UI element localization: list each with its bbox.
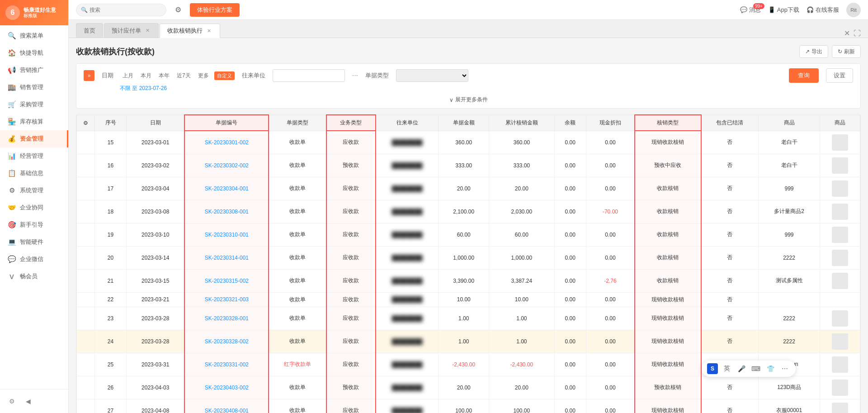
ime-english-btn[interactable]: 英	[722, 363, 732, 374]
hardware-icon: 💻	[7, 238, 16, 246]
settings-gear-icon[interactable]: ⚙	[172, 4, 184, 16]
sidebar-item-member[interactable]: V 畅会员	[0, 268, 68, 285]
sidebar-item-wechat[interactable]: 💬 企业微信	[0, 251, 68, 268]
search-input[interactable]	[90, 7, 161, 13]
cell-settings-col[interactable]	[77, 131, 95, 154]
refresh-button[interactable]: ↻ 刷新	[832, 45, 861, 58]
tab-close-all-icon[interactable]: ✕	[844, 29, 850, 38]
cell-bill-no[interactable]: SK-20230310-001	[184, 223, 269, 246]
cell-cancel-amount: -2,430.00	[489, 353, 555, 376]
headset-icon: 🎧	[807, 6, 814, 13]
home-tab-label: 首页	[84, 27, 95, 35]
sidebar-item-corp[interactable]: 🤝 企业协同	[0, 199, 68, 216]
date-more[interactable]: 更多	[196, 71, 211, 81]
cell-settings-col[interactable]	[77, 376, 95, 399]
main-content: 🔍 ⚙ 体验行业方案 💬 消息 99+ 📱 App下载 🎧 在线客服 Rit	[69, 0, 868, 413]
col-product: 商品	[758, 115, 820, 131]
cell-bill-no[interactable]: SK-20230315-002	[184, 269, 269, 292]
receipt-type-select[interactable]	[396, 69, 468, 82]
cell-settings-col[interactable]	[77, 399, 95, 413]
cell-bill-no[interactable]: SK-20230302-002	[184, 154, 269, 177]
cell-settings-col[interactable]	[77, 223, 95, 246]
cell-settings-col[interactable]	[77, 353, 95, 376]
sidebar-item-purchase[interactable]: 🛒 采购管理	[0, 96, 68, 113]
filter-setting-button[interactable]: 设置	[826, 68, 853, 83]
collapse-icon[interactable]: ◀	[22, 395, 34, 408]
message-button[interactable]: 💬 消息 99+	[740, 6, 761, 14]
cell-product: 123D商品	[758, 376, 820, 399]
app-download-button[interactable]: 📱 App下载	[768, 6, 799, 14]
cell-cash-discount: -70.00	[586, 200, 635, 223]
date-last-7-days[interactable]: 近7天	[175, 71, 193, 81]
cell-bill-no[interactable]: SK-20230308-001	[184, 200, 269, 223]
cell-settings-col[interactable]	[77, 200, 95, 223]
sidebar-item-sales[interactable]: 🏬 销售管理	[0, 79, 68, 96]
sidebar-item-operations[interactable]: 📊 经营管理	[0, 147, 68, 165]
cell-bill-no[interactable]: SK-20230314-001	[184, 246, 269, 269]
collection-tab-close-icon[interactable]: ✕	[205, 27, 212, 34]
cell-bill-no[interactable]: SK-20230328-002	[184, 330, 269, 353]
sidebar-item-finance[interactable]: 💰 资金管理	[0, 130, 68, 147]
sidebar-item-quicknav[interactable]: 🏠 快捷导航	[0, 44, 68, 62]
cell-product-image	[820, 177, 860, 200]
sidebar-item-guide[interactable]: 🎯 新手引导	[0, 216, 68, 233]
settings-bottom-icon[interactable]: ⚙	[5, 395, 18, 408]
export-button[interactable]: ↗ 导出	[799, 45, 828, 58]
cell-settings-col[interactable]	[77, 292, 95, 307]
cell-bill-no[interactable]: SK-20230403-002	[184, 376, 269, 399]
cell-product: 测试多属性	[758, 269, 820, 292]
sidebar-item-system[interactable]: ⚙ 系统管理	[0, 182, 68, 199]
cell-bill-no[interactable]: SK-20230328-001	[184, 307, 269, 330]
sidebar-item-search[interactable]: 🔍 搜索菜单	[0, 27, 68, 44]
user-avatar[interactable]: Rit	[846, 3, 861, 17]
cell-amount: 360.00	[439, 131, 489, 154]
cell-date: 2023-03-14	[127, 246, 185, 269]
cell-bill-no[interactable]: SK-20230301-002	[184, 131, 269, 154]
cell-settings-col[interactable]	[77, 330, 95, 353]
partner-input[interactable]	[273, 69, 345, 82]
solution-button[interactable]: 体验行业方案	[190, 3, 240, 17]
tab-home[interactable]: 首页	[76, 23, 103, 38]
cell-no: 18	[95, 200, 127, 223]
tab-receivable[interactable]: 预计应付单 ✕	[104, 23, 159, 38]
sidebar-item-hardware[interactable]: 💻 智能硬件	[0, 233, 68, 251]
date-this-month[interactable]: 本月	[139, 71, 153, 81]
ime-more-icon[interactable]: ⋯	[779, 363, 790, 374]
topbar-search-bar[interactable]: 🔍	[76, 4, 166, 16]
cell-settings-col[interactable]	[77, 154, 95, 177]
cell-cancel-amount: 100.00	[489, 399, 555, 413]
date-last-month[interactable]: 上月	[121, 71, 135, 81]
sidebar-item-marketing[interactable]: 📢 营销推广	[0, 62, 68, 79]
cell-biz-type: 应收款	[326, 246, 376, 269]
cell-settings-col[interactable]	[77, 246, 95, 269]
sidebar-menu: 🔍 搜索菜单 🏠 快捷导航 📢 营销推广 🏬 销售管理 🛒 采购管理 🏪 库存核…	[0, 25, 68, 389]
query-button[interactable]: 查询	[789, 68, 819, 83]
cell-settings-col[interactable]	[77, 177, 95, 200]
receivable-tab-close-icon[interactable]: ✕	[144, 27, 151, 34]
cell-biz-type: 应收款	[326, 292, 376, 307]
date-this-year[interactable]: 本年	[157, 71, 171, 81]
tab-expand-icon[interactable]: ⛶	[854, 29, 861, 38]
ime-mic-icon[interactable]: 🎤	[736, 363, 747, 374]
col-settings[interactable]: ⚙	[77, 115, 95, 131]
cell-date: 2023-03-02	[127, 154, 185, 177]
date-custom-btn[interactable]: 自定义	[214, 71, 235, 80]
ime-keyboard-icon[interactable]: ⌨	[750, 363, 761, 374]
sidebar-item-inventory[interactable]: 🏪 库存核算	[0, 113, 68, 130]
online-service-button[interactable]: 🎧 在线客服	[807, 6, 839, 14]
search-menu-icon: 🔍	[7, 32, 16, 40]
cell-bill-no[interactable]: SK-20230321-003	[184, 292, 269, 307]
expand-more-conditions[interactable]: ∨ 展开更多条件	[449, 96, 488, 104]
tab-collection[interactable]: 收款核销执行 ✕	[160, 24, 220, 38]
cell-partner: ████████	[376, 177, 439, 200]
cell-settings-col[interactable]	[77, 307, 95, 330]
cell-settings-col[interactable]	[77, 269, 95, 292]
cell-bill-no[interactable]: SK-20230304-001	[184, 177, 269, 200]
filter-expand-button[interactable]: »	[84, 70, 94, 81]
cell-bill-no[interactable]: SK-20230331-002	[184, 353, 269, 376]
cell-no: 25	[95, 353, 127, 376]
cell-partner: ████████	[376, 200, 439, 223]
sidebar-item-basic[interactable]: 📋 基础信息	[0, 165, 68, 182]
ime-skin-icon[interactable]: 👕	[765, 363, 776, 374]
cell-bill-no[interactable]: SK-20230408-001	[184, 399, 269, 413]
